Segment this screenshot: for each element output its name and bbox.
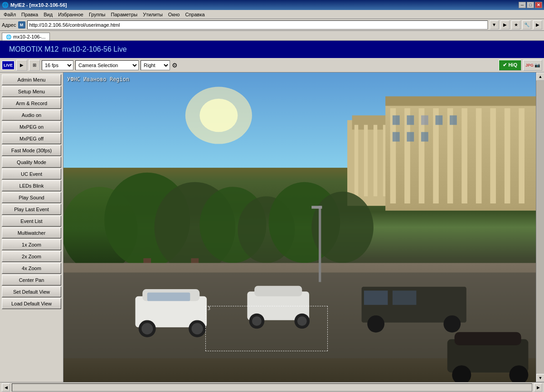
event-list-btn[interactable]: Event List: [2, 216, 61, 227]
settings-icon[interactable]: ⚙: [172, 62, 178, 69]
sidebar: Admin Menu Setup Menu Arm & Record Audio…: [0, 73, 63, 382]
scroll-up-btn[interactable]: ▲: [536, 73, 544, 81]
menu-params[interactable]: Параметры: [108, 11, 141, 18]
minimize-button[interactable]: ─: [519, 2, 526, 8]
fast-mode-btn[interactable]: Fast Mode (30fps): [2, 145, 61, 156]
svg-rect-7: [374, 125, 377, 197]
menu-file[interactable]: Файл: [1, 11, 19, 18]
address-nav-btn[interactable]: ▶: [533, 20, 542, 29]
selection-box: 3: [205, 306, 328, 351]
svg-rect-28: [421, 132, 428, 141]
address-star-btn[interactable]: ★: [511, 20, 520, 29]
address-go-btn[interactable]: ▶: [500, 20, 510, 29]
svg-rect-17: [476, 108, 482, 203]
camera-view[interactable]: УФНС Иваново Region 3: [63, 73, 536, 382]
quality-mode-btn[interactable]: Quality Mode: [2, 157, 61, 168]
svg-rect-5: [355, 125, 358, 197]
menu-window[interactable]: Окно: [165, 11, 183, 18]
tab-label: mx10-2-106-...: [13, 34, 46, 39]
play-sound-btn[interactable]: Play Sound: [2, 192, 61, 203]
camera-subtitle: mx10-2-106-56 Live: [62, 45, 126, 53]
status-bar: ◀ ▶: [0, 382, 544, 392]
svg-point-45: [191, 323, 203, 334]
zoom-4x-btn[interactable]: 4x Zoom: [2, 263, 61, 274]
audio-on-btn[interactable]: Audio on: [2, 110, 61, 121]
menu-help[interactable]: Справка: [182, 11, 207, 18]
svg-rect-54: [364, 290, 388, 305]
app-icon: 🌐: [2, 2, 9, 8]
svg-point-43: [141, 323, 153, 334]
scroll-down-btn[interactable]: ▼: [536, 374, 544, 382]
leds-blink-btn[interactable]: LEDs Blink: [2, 180, 61, 191]
svg-rect-16: [461, 108, 467, 203]
hiq-button[interactable]: ✔ HiQ: [499, 60, 521, 71]
tab-bar: 🌐 mx10-2-106-...: [0, 31, 544, 41]
svg-rect-19: [505, 108, 510, 203]
uc-event-btn[interactable]: UC Event: [2, 169, 61, 179]
menu-edit[interactable]: Правка: [19, 11, 41, 18]
content-area: Admin Menu Setup Menu Arm & Record Audio…: [0, 73, 544, 382]
tab-main[interactable]: 🌐 mx10-2-106-...: [2, 33, 50, 40]
status-left-btn[interactable]: ◀: [2, 383, 10, 392]
selection-label: 3: [208, 305, 211, 311]
jpg-button[interactable]: JPG 📷: [523, 60, 542, 71]
svg-rect-18: [490, 108, 496, 203]
address-dropdown-btn[interactable]: ▼: [490, 20, 499, 29]
setup-menu-btn[interactable]: Setup Menu: [2, 86, 61, 97]
svg-rect-6: [364, 125, 368, 197]
scrollbar: ▲ ▼: [536, 73, 544, 382]
svg-point-56: [367, 315, 384, 333]
play-last-event-btn[interactable]: Play Last Event: [2, 204, 61, 215]
set-default-view-btn[interactable]: Set Default View: [2, 286, 61, 297]
status-segment: [12, 383, 532, 392]
address-label: Адрес: [2, 22, 16, 28]
main-content: MOBOTIX M12 mx10-2-106-56 Live LIVE ▶ ⊞ …: [0, 41, 544, 382]
zoom-2x-btn[interactable]: 2x Zoom: [2, 251, 61, 262]
maximize-button[interactable]: □: [527, 2, 534, 8]
live-icon: LIVE: [2, 61, 15, 70]
overlay-text: УФНС Иваново Region: [67, 76, 129, 82]
svg-rect-10: [385, 97, 536, 106]
admin-menu-btn[interactable]: Admin Menu: [2, 74, 61, 85]
mxpeg-off-btn[interactable]: MxPEG off: [2, 133, 61, 144]
svg-rect-23: [421, 116, 428, 125]
play-button[interactable]: ▶: [16, 60, 27, 71]
svg-rect-62: [319, 206, 321, 282]
load-default-view-btn[interactable]: Load Default View: [2, 298, 61, 309]
camera-selection-select[interactable]: Camera Selection Right Left Both: [75, 60, 139, 70]
address-tools-btn[interactable]: 🔧: [522, 20, 531, 29]
close-button[interactable]: ✕: [535, 2, 542, 8]
menu-groups[interactable]: Группы: [86, 11, 108, 18]
mxpeg-on-btn[interactable]: MxPEG on: [2, 121, 61, 132]
svg-rect-26: [393, 132, 400, 141]
svg-rect-55: [393, 290, 417, 305]
svg-rect-48: [254, 286, 302, 296]
title-bar: 🌐 MyIE2 - [mx10-2-106-56] ─ □ ✕: [0, 0, 544, 10]
status-right-btn[interactable]: ▶: [534, 383, 542, 392]
svg-rect-20: [519, 108, 525, 203]
jpg-icon: JPG: [525, 63, 534, 68]
address-input[interactable]: [27, 20, 488, 29]
grid-button[interactable]: ⊞: [29, 60, 40, 71]
svg-rect-27: [407, 132, 414, 141]
svg-rect-63: [311, 206, 322, 208]
menu-bar: Файл Правка Вид Избранное Группы Парамет…: [0, 10, 544, 19]
menu-utilities[interactable]: Утилиты: [140, 11, 165, 18]
scroll-track[interactable]: [536, 81, 544, 374]
zoom-1x-btn[interactable]: 1x Zoom: [2, 239, 61, 250]
svg-rect-46: [147, 292, 190, 301]
jpg-camera-icon: 📷: [534, 63, 540, 68]
multiwatcher-btn[interactable]: Multiwatcher: [2, 227, 61, 238]
menu-view[interactable]: Вид: [41, 11, 55, 18]
arm-record-btn[interactable]: Arm & Record: [2, 98, 61, 109]
camera-header: MOBOTIX M12 mx10-2-106-56 Live: [0, 41, 544, 58]
fps-select[interactable]: 16 fps 8 fps 4 fps 2 fps 1 fps: [42, 60, 73, 70]
menu-favorites[interactable]: Избранное: [55, 11, 86, 18]
svg-rect-25: [450, 116, 457, 125]
title-bar-left: 🌐 MyIE2 - [mx10-2-106-56]: [2, 2, 67, 8]
side-select[interactable]: Right Left: [141, 60, 170, 70]
window-title: MyIE2 - [mx10-2-106-56]: [10, 2, 67, 8]
svg-rect-24: [435, 116, 442, 125]
camera-brand: MOBOTIX M12: [9, 45, 58, 53]
center-pan-btn[interactable]: Center Pan: [2, 275, 61, 286]
